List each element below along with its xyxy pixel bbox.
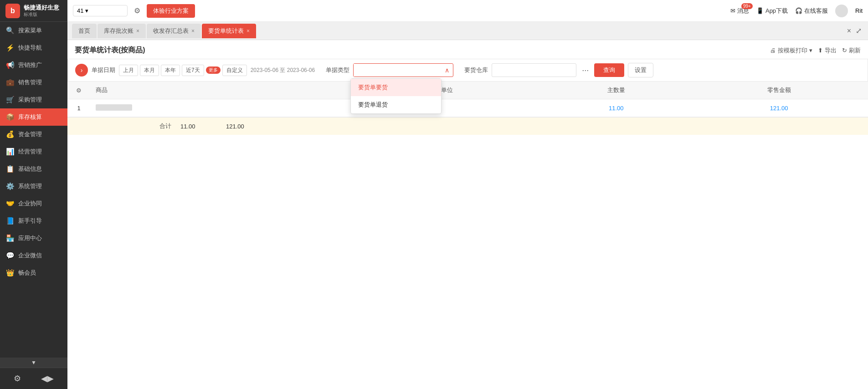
sidebar-scroll-down[interactable]: ▼ xyxy=(0,358,67,368)
sidebar-item-member[interactable]: 👑畅会员 xyxy=(0,264,67,282)
custom-date-btn[interactable]: 自定义 xyxy=(222,65,247,76)
sidebar-item-quick[interactable]: ⚡快捷导航 xyxy=(0,39,67,56)
dropdown-option-1[interactable]: 要货单退货 xyxy=(351,96,441,113)
dropdown-option-0[interactable]: 要货单要货 xyxy=(351,79,441,96)
export-btn[interactable]: ⬆ 导出 xyxy=(818,46,837,55)
settings-btn[interactable]: 设置 xyxy=(628,63,653,77)
col-settings[interactable]: ⚙ xyxy=(67,82,90,99)
guide-icon: 📘 xyxy=(5,217,15,225)
trial-btn[interactable]: 体验行业方案 xyxy=(147,4,195,18)
avatar[interactable] xyxy=(835,5,848,17)
cell-product xyxy=(90,99,334,117)
tab-0[interactable]: 首页 xyxy=(72,24,97,38)
collapse-icon[interactable]: ◀▶ xyxy=(39,372,56,385)
apps-icon: 🏪 xyxy=(5,234,15,242)
data-table: ⚙ 商品 主计量单位 主数量 零售金额 1 块 11.00 121.00 xyxy=(67,82,868,117)
filter-bar: › 单据日期 上月 本月 本年 近7天 更多 自定义 2023-05-06 至 … xyxy=(67,59,868,82)
logo-icon: b xyxy=(5,4,20,18)
quick-icon: ⚡ xyxy=(5,44,15,52)
sidebar-item-label: 基础信息 xyxy=(18,165,42,173)
sidebar-item-basic[interactable]: 📋基础信息 xyxy=(0,160,67,178)
sidebar-item-apps[interactable]: 🏪应用中心 xyxy=(0,230,67,247)
sidebar-item-finance[interactable]: 💰资金管理 xyxy=(0,126,67,143)
tab-close-icon[interactable]: × xyxy=(191,28,195,34)
close-all-tabs-icon[interactable]: × xyxy=(845,25,853,37)
search-icon: 🔍 xyxy=(5,26,15,35)
message-icon: ✉ xyxy=(730,7,735,14)
sidebar-item-label: 快捷导航 xyxy=(18,44,42,52)
tab-close-icon[interactable]: × xyxy=(247,28,250,34)
topbar: 41 ▾ ⚙ 体验行业方案 ✉ 消息 99+ 📱 App下载 🎧 在线客服 Ri… xyxy=(67,0,868,22)
sidebar-logo: b 畅捷通好生意 标准版 xyxy=(0,0,67,22)
cell-no: 1 xyxy=(67,99,90,117)
page-header: 要货单统计表(按商品) 🖨 按模板打印 ▾ ⬆ 导出 ↻ 刷新 xyxy=(67,40,868,59)
print-btn[interactable]: 🖨 按模板打印 ▾ xyxy=(770,46,812,55)
sidebar-item-guide[interactable]: 📘新手引导 xyxy=(0,212,67,230)
sidebar-footer: ⚙ ◀▶ xyxy=(0,368,67,389)
sidebar-item-inventory[interactable]: 📦库存核算 xyxy=(0,108,67,126)
tab-3[interactable]: 要货单统计表 × xyxy=(202,24,256,38)
select-arrow-icon[interactable]: ∧ xyxy=(441,67,453,74)
main-panel: 41 ▾ ⚙ 体验行业方案 ✉ 消息 99+ 📱 App下载 🎧 在线客服 Ri… xyxy=(67,0,868,389)
sidebar-item-sales[interactable]: 💼销售管理 xyxy=(0,74,67,91)
refresh-btn[interactable]: ↻ 刷新 xyxy=(842,46,861,55)
more-filters-icon[interactable]: ··· xyxy=(580,66,591,75)
basic-icon: 📋 xyxy=(5,165,15,173)
messages-btn[interactable]: ✉ 消息 99+ xyxy=(730,7,749,15)
sidebar-item-wechat[interactable]: 💬企业微信 xyxy=(0,247,67,264)
inventory-icon: 📦 xyxy=(5,113,15,121)
type-label: 单据类型 xyxy=(326,66,349,74)
date-label: 单据日期 xyxy=(92,66,115,74)
this-month-btn[interactable]: 本月 xyxy=(140,65,159,76)
finance-icon: 💰 xyxy=(5,130,15,138)
table-footer: 合计 11.00 121.00 xyxy=(67,117,868,135)
settings-icon[interactable]: ⚙ xyxy=(12,372,23,385)
sidebar-nav: 🔍搜索菜单⚡快捷导航📢营销推广💼销售管理🛒采购管理📦库存核算💰资金管理📊经营管理… xyxy=(0,22,67,358)
more-date-badge[interactable]: 更多 xyxy=(206,67,221,74)
filter-expand-btn[interactable]: › xyxy=(75,64,88,77)
cell-qty: 11.00 xyxy=(542,99,690,117)
page-actions: 🖨 按模板打印 ▾ ⬆ 导出 ↻ 刷新 xyxy=(770,46,861,55)
sidebar-item-operation[interactable]: 📊经营管理 xyxy=(0,143,67,160)
last-7days-btn[interactable]: 近7天 xyxy=(182,65,204,76)
type-select-input[interactable] xyxy=(354,64,441,77)
sales-icon: 💼 xyxy=(5,78,15,87)
sidebar-item-label: 库存核算 xyxy=(18,113,42,121)
collab-icon: 🤝 xyxy=(5,200,15,208)
chevron-right-icon: › xyxy=(81,67,83,74)
online-service-btn[interactable]: 🎧 在线客服 xyxy=(795,7,828,15)
date-range-text: 2023-05-06 至 2023-06-06 xyxy=(251,67,315,74)
col-product: 商品 xyxy=(90,82,334,99)
sidebar-item-collab[interactable]: 🤝企业协同 xyxy=(0,195,67,212)
user-name: Rit xyxy=(855,7,863,14)
sidebar-item-purchase[interactable]: 🛒采购管理 xyxy=(0,91,67,108)
sidebar-item-system[interactable]: ⚙️系统管理 xyxy=(0,178,67,195)
this-year-btn[interactable]: 本年 xyxy=(161,65,180,76)
expand-tabs-icon[interactable]: ⤢ xyxy=(854,25,863,37)
settings-icon[interactable]: ⚙ xyxy=(132,5,142,17)
warehouse-input[interactable] xyxy=(492,63,576,77)
app-download-btn[interactable]: 📱 App下载 xyxy=(756,7,788,15)
sidebar-item-label: 企业协同 xyxy=(18,200,42,208)
headset-icon: 🎧 xyxy=(795,7,802,14)
export-icon: ⬆ xyxy=(818,47,823,54)
purchase-icon: 🛒 xyxy=(5,96,15,104)
tab-label: 要货单统计表 xyxy=(208,27,244,35)
print-icon: 🖨 xyxy=(770,47,776,54)
member-icon: 👑 xyxy=(5,269,15,277)
dropdown-arrow-icon: ▾ xyxy=(85,7,88,14)
company-selector[interactable]: 41 ▾ xyxy=(73,5,128,16)
tab-1[interactable]: 库存批次账 × xyxy=(98,24,146,38)
last-month-btn[interactable]: 上月 xyxy=(119,65,138,76)
sidebar-item-search[interactable]: 🔍搜索菜单 xyxy=(0,22,67,39)
sidebar-item-label: 应用中心 xyxy=(18,234,42,242)
sidebar-item-label: 资金管理 xyxy=(18,130,42,138)
tab-close-icon[interactable]: × xyxy=(136,28,139,34)
sidebar-item-label: 搜索菜单 xyxy=(18,26,42,35)
sidebar-item-label: 采购管理 xyxy=(18,96,42,104)
query-btn[interactable]: 查询 xyxy=(594,63,624,77)
sidebar-item-marketing[interactable]: 📢营销推广 xyxy=(0,56,67,74)
tab-2[interactable]: 收发存汇总表 × xyxy=(147,24,201,38)
table-header: ⚙ 商品 主计量单位 主数量 零售金额 xyxy=(67,82,868,99)
wechat-icon: 💬 xyxy=(5,251,15,260)
